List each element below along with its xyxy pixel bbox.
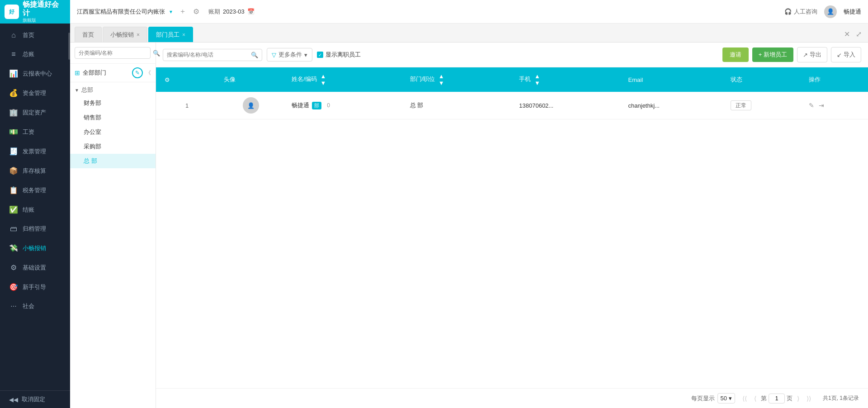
action-buttons: ✎ ⇥ — [809, 102, 861, 109]
add-company-button[interactable]: ＋ — [179, 7, 186, 16]
sidebar-item-home[interactable]: ⌂ 首页 — [0, 26, 70, 45]
employee-toolbar: 🔍 ▽ 更多条件 ▾ ✓ 显示离职员工 邀请 + 新增员工 ↗ 导出 — [156, 43, 868, 67]
dept-item-general[interactable]: 总 部 — [70, 154, 156, 168]
sidebar-item-inventory[interactable]: 📦 库存核算 — [0, 161, 70, 180]
main-area: 江西服宝精品有限责任公司内账张 ▾ ＋ ⚙ 账期 2023-03 📅 🎧 人工咨… — [70, 0, 868, 408]
invite-button[interactable]: 邀请 — [722, 47, 749, 62]
per-page-select[interactable]: 50 ▾ — [717, 393, 735, 403]
import-label: 导入 — [844, 51, 855, 59]
department-panel: 🔍 ⊞ 全部部门 ✎ 《 ▼ 总部 财务部 销售部 — [70, 43, 156, 408]
dept-edit-button[interactable]: ✎ — [132, 67, 143, 78]
show-resigned-toggle[interactable]: ✓ 显示离职员工 — [317, 51, 361, 59]
sidebar-label-expense: 小畅报销 — [23, 244, 46, 252]
sidebar-item-ledger[interactable]: ≡ 总账 — [0, 45, 70, 64]
sidebar-label-checkout: 结账 — [23, 206, 34, 214]
sidebar-label-assets: 固定资产 — [23, 109, 46, 117]
sidebar-item-payroll[interactable]: 💵 工资 — [0, 122, 70, 142]
topbar-right: 🎧 人工咨询 👤 畅捷通 — [784, 5, 861, 18]
dept-collapse-btn[interactable]: 《 — [146, 69, 151, 77]
sidebar-label-inventory: 库存核算 — [23, 167, 46, 175]
employee-name: 畅捷通 — [292, 101, 309, 109]
filter-arrow: ▾ — [304, 52, 307, 58]
service-button[interactable]: 🎧 人工咨询 — [784, 8, 817, 16]
app-logo: 好 畅捷通好会计 旗舰版 — [0, 0, 70, 24]
import-button[interactable]: ↙ 导入 — [831, 47, 861, 62]
sidebar-item-assets[interactable]: 🏢 固定资产 — [0, 103, 70, 122]
cell-num: 1 — [179, 92, 217, 119]
dept-search-input[interactable] — [75, 47, 151, 59]
page-input[interactable] — [769, 394, 785, 403]
next-page-btn[interactable]: ⟩ — [794, 394, 802, 403]
filter-label: 更多条件 — [278, 51, 302, 59]
per-page-value: 50 — [721, 395, 727, 402]
employee-avatar: 👤 — [243, 97, 259, 114]
calendar-icon[interactable]: 📅 — [247, 8, 255, 15]
sidebar-item-tax[interactable]: 📋 税务管理 — [0, 180, 70, 200]
dept-group-label: 总部 — [81, 86, 93, 94]
tabs-close-btn[interactable]: ✕ — [842, 28, 852, 40]
avatar-icon: 👤 — [827, 8, 834, 15]
column-phone[interactable]: 手机 ▲▼ — [512, 67, 621, 92]
filter-icon: ▽ — [272, 52, 276, 58]
tabs-expand-btn[interactable]: ⤢ — [854, 28, 863, 40]
column-dept[interactable]: 部门/职位 ▲▼ — [403, 67, 513, 92]
sidebar-item-more[interactable]: ··· 社会 — [0, 297, 70, 316]
tab-expense-label: 小畅报销 — [110, 31, 134, 39]
search-input[interactable] — [167, 52, 249, 58]
show-resigned-checkbox[interactable]: ✓ — [317, 52, 323, 58]
sidebar-item-guide[interactable]: 🎯 新手引导 — [0, 277, 70, 297]
sidebar-label-capital: 资金管理 — [23, 89, 46, 97]
export-button[interactable]: ↗ 导出 — [797, 47, 827, 62]
prev-page-btn[interactable]: ⟨ — [751, 394, 759, 403]
payroll-icon: 💵 — [9, 128, 18, 136]
cell-avatar: 👤 — [217, 92, 285, 119]
tab-expense-close[interactable]: × — [137, 32, 140, 38]
topbar-settings-icon[interactable]: ⚙ — [193, 7, 199, 16]
dept-item-sales[interactable]: 销售部 — [70, 110, 156, 125]
sidebar-item-settings[interactable]: ⚙ 基础设置 — [0, 258, 70, 277]
column-name[interactable]: 姓名/编码 ▲▼ — [285, 67, 403, 92]
tab-home[interactable]: 首页 — [75, 27, 102, 42]
sidebar-unpin[interactable]: ◀◀ 取消固定 — [0, 390, 70, 408]
edit-button[interactable]: ✎ — [809, 102, 814, 109]
sidebar-label-tax: 税务管理 — [23, 186, 46, 195]
first-page-btn[interactable]: ⟨⟨ — [740, 394, 750, 403]
logo-sub: 旗舰版 — [23, 17, 66, 24]
capital-icon: 💰 — [9, 89, 18, 97]
inventory-icon: 📦 — [9, 166, 18, 175]
logo-icon: 好 — [5, 5, 19, 19]
dept-item-purchase[interactable]: 采购部 — [70, 139, 156, 154]
sidebar-label-invoice: 发票管理 — [23, 147, 46, 156]
sidebar-item-expense[interactable]: 💸 小畅报销 — [0, 238, 70, 258]
column-status: 状态 — [724, 67, 802, 92]
add-employee-button[interactable]: + 新增员工 — [752, 47, 793, 62]
tab-expense[interactable]: 小畅报销 × — [103, 27, 147, 42]
last-page-btn[interactable]: ⟩⟩ — [804, 394, 814, 403]
archive-icon: 🗃 — [9, 225, 18, 233]
sidebar-item-capital[interactable]: 💰 资金管理 — [0, 83, 70, 103]
leave-button[interactable]: ⇥ — [819, 102, 824, 109]
sidebar-item-checkout[interactable]: ✅ 结账 — [0, 200, 70, 219]
dept-item-finance[interactable]: 财务部 — [70, 96, 156, 110]
filter-button[interactable]: ▽ 更多条件 ▾ — [267, 48, 312, 62]
company-name: 江西服宝精品有限责任公司内账张 — [77, 8, 165, 16]
sidebar-item-archive[interactable]: 🗃 归档管理 — [0, 219, 70, 238]
tax-icon: 📋 — [9, 186, 18, 195]
pager: ⟨⟨ ⟨ 第 页 ⟩ ⟩⟩ — [740, 394, 814, 403]
sidebar-item-reports[interactable]: 📊 云报表中心 — [0, 64, 70, 83]
search-icon[interactable]: 🔍 — [251, 52, 258, 58]
sidebar-item-invoice[interactable]: 🧾 发票管理 — [0, 142, 70, 161]
tab-department-close[interactable]: × — [182, 32, 185, 38]
column-gear[interactable]: ⚙ — [156, 67, 179, 92]
employee-table: ⚙ 头像 姓名/编码 ▲▼ 部门/职位 ▲▼ — [156, 67, 868, 388]
page-input-wrapper: 第 页 — [761, 394, 793, 403]
per-page-arrow: ▾ — [729, 395, 732, 402]
sidebar: 好 畅捷通好会计 旗舰版 ⌂ 首页 ≡ 总账 📊 云报表中心 💰 资金管理 🏢 … — [0, 0, 70, 408]
search-box: 🔍 — [163, 49, 262, 61]
period-label: 账期 — [208, 8, 220, 16]
period-value: 2023-03 — [223, 8, 245, 15]
dept-item-office[interactable]: 办公室 — [70, 125, 156, 139]
company-dropdown[interactable]: ▾ — [170, 9, 172, 15]
sort-phone-arrows: ▲▼ — [534, 73, 540, 86]
tab-department[interactable]: 部门员工 × — [148, 27, 193, 42]
